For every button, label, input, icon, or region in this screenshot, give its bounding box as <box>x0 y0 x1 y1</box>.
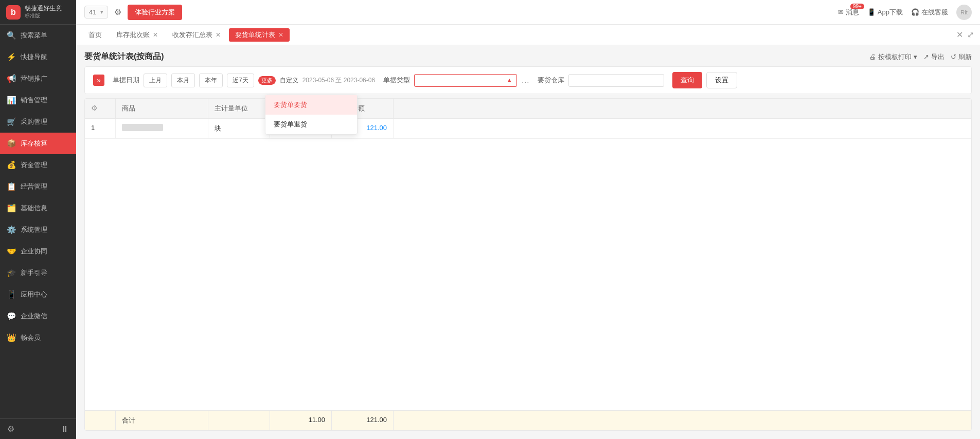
nav-icon-system: ⚙️ <box>6 225 16 235</box>
nav-label-quick-nav: 快捷导航 <box>21 52 47 62</box>
user-avatar[interactable]: Rit <box>956 5 972 20</box>
date-prev-month-btn[interactable]: 上月 <box>144 74 167 87</box>
nav-label-operations: 经营管理 <box>21 182 47 191</box>
dropdown-item-requisition-return[interactable]: 要货单退货 <box>265 115 357 134</box>
query-btn[interactable]: 查询 <box>672 72 702 88</box>
type-dropdown-menu: 要货单要货 要货单退货 <box>265 95 358 135</box>
warehouse-filter-group: 要货仓库 <box>538 74 664 87</box>
table-footer: 合计 11.00 121.00 <box>85 410 971 430</box>
type-label: 单据类型 <box>383 76 410 85</box>
sidebar-item-search[interactable]: 🔍 搜索菜单 <box>0 25 76 46</box>
date-custom-btn[interactable]: 自定义 <box>280 76 298 85</box>
table-body: 1 块 11.00 121.00 <box>85 119 971 410</box>
message-btn[interactable]: ✉ 消息 99+ <box>838 8 859 17</box>
date-more-badge[interactable]: 更多 <box>258 76 276 85</box>
nav-icon-quick-nav: ⚡ <box>6 52 16 62</box>
tabs-bar: 首页库存批次账✕收发存汇总表✕要货单统计表✕ ✕ ⤢ <box>76 25 980 45</box>
print-btn[interactable]: 🖨 按模板打印 ▾ <box>869 52 917 62</box>
tab-receive-summary[interactable]: 收发存汇总表✕ <box>166 28 227 42</box>
branch-value: 41 <box>89 8 96 16</box>
window-expand-icon[interactable]: ⤢ <box>967 30 974 40</box>
th-extra <box>394 99 971 118</box>
sidebar-item-sales[interactable]: 📊 销售管理 <box>0 89 76 111</box>
tabs-bar-right: ✕ ⤢ <box>956 30 974 40</box>
dropdown-item-requisition-order[interactable]: 要货单要货 <box>265 95 357 115</box>
app-icon: 📱 <box>867 8 876 16</box>
nav-icon-operations: 📋 <box>6 181 16 192</box>
sidebar-item-operations[interactable]: 📋 经营管理 <box>0 176 76 197</box>
settings-btn[interactable]: 设置 <box>706 72 737 88</box>
date-7days-btn[interactable]: 近7天 <box>227 74 254 87</box>
filter-more-icon[interactable]: … <box>521 76 529 85</box>
warehouse-input[interactable] <box>568 74 664 87</box>
sidebar-item-inventory[interactable]: 📦 库存核算 <box>0 133 76 154</box>
window-close-icon[interactable]: ✕ <box>956 30 963 40</box>
tf-empty2 <box>208 411 270 430</box>
export-btn[interactable]: ↗ 导出 <box>923 52 945 62</box>
tab-requisition-stat[interactable]: 要货单统计表✕ <box>229 28 290 42</box>
app-download-btn[interactable]: 📱 App下载 <box>867 8 903 17</box>
tab-close-inventory-batch[interactable]: ✕ <box>153 31 158 39</box>
nav-label-inventory: 库存核算 <box>21 139 47 148</box>
column-settings-icon[interactable]: ⚙ <box>91 104 98 112</box>
nav-label-basic-info: 基础信息 <box>21 204 47 213</box>
nav-icon-purchase: 🛒 <box>6 117 16 127</box>
settings-icon[interactable]: ⚙ <box>7 424 14 434</box>
sidebar-item-basic-info[interactable]: 🗂️ 基础信息 <box>0 197 76 219</box>
app-label: App下载 <box>878 8 903 17</box>
tab-label-requisition-stat: 要货单统计表 <box>235 30 275 40</box>
topbar-settings-icon[interactable]: ⚙ <box>114 7 121 17</box>
page-content: 要货单统计表(按商品) 🖨 按模板打印 ▾ ↗ 导出 ↺ 刷新 » <box>76 45 980 439</box>
sidebar-item-wechat[interactable]: 💬 企业微信 <box>0 305 76 327</box>
sidebar-item-purchase[interactable]: 🛒 采购管理 <box>0 111 76 133</box>
date-filter-group: 单据日期 上月 本月 本年 近7天 更多 自定义 2023-05-06 至 20… <box>113 74 375 87</box>
sidebar-item-system[interactable]: ⚙️ 系统管理 <box>0 219 76 241</box>
sidebar-item-newbie[interactable]: 🎓 新手引导 <box>0 262 76 284</box>
refresh-btn[interactable]: ↺ 刷新 <box>951 52 972 62</box>
nav-icon-vip: 👑 <box>6 333 16 343</box>
online-service-btn[interactable]: 🎧 在线客服 <box>911 8 948 17</box>
table-row: 1 块 11.00 121.00 <box>85 119 971 139</box>
date-curr-month-btn[interactable]: 本月 <box>171 74 195 87</box>
nav-label-enterprise: 企业协同 <box>21 247 47 256</box>
td-extra <box>394 119 971 138</box>
nav-icon-wechat: 💬 <box>6 311 16 321</box>
message-icon: ✉ <box>838 8 844 16</box>
td-unit: 块 <box>208 119 270 138</box>
collapse-icon[interactable]: ⏸ <box>61 425 69 434</box>
th-product: 商品 <box>116 99 208 118</box>
date-label: 单据日期 <box>113 76 139 85</box>
table-header: ⚙ 商品 主计量单位 主数量 零售金额 <box>85 99 971 119</box>
topbar-left: 41 ▾ ⚙ 体验行业方案 <box>84 5 182 20</box>
sidebar-item-app-center[interactable]: 📱 应用中心 <box>0 284 76 305</box>
date-curr-year-btn[interactable]: 本年 <box>199 74 223 87</box>
tab-home[interactable]: 首页 <box>82 28 108 42</box>
type-select[interactable]: ▲ <box>414 74 517 87</box>
branch-dropdown[interactable]: 41 ▾ <box>84 6 108 19</box>
sidebar-item-enterprise[interactable]: 🤝 企业协同 <box>0 241 76 262</box>
nav-icon-inventory: 📦 <box>6 138 16 149</box>
sidebar-item-vip[interactable]: 👑 畅会员 <box>0 327 76 349</box>
filter-expand-btn[interactable]: » <box>93 75 104 86</box>
sidebar-item-marketing[interactable]: 📢 营销推广 <box>0 68 76 89</box>
table-area: ⚙ 商品 主计量单位 主数量 零售金额 1 块 11.00 121.00 合计 … <box>84 98 972 431</box>
app-version: 标准版 <box>25 12 62 20</box>
tab-close-requisition-stat[interactable]: ✕ <box>278 31 283 39</box>
amount-link[interactable]: 121.00 <box>366 124 387 132</box>
sidebar-item-finance[interactable]: 💰 资金管理 <box>0 154 76 176</box>
page-title: 要货单统计表(按商品) <box>84 51 164 62</box>
nav-label-newbie: 新手引导 <box>21 268 47 278</box>
nav-icon-search: 🔍 <box>6 30 16 41</box>
topbar-right: ✉ 消息 99+ 📱 App下载 🎧 在线客服 Rit <box>838 5 972 20</box>
nav-icon-finance: 💰 <box>6 160 16 170</box>
sidebar-item-quick-nav[interactable]: ⚡ 快捷导航 <box>0 46 76 68</box>
tab-close-receive-summary[interactable]: ✕ <box>216 31 221 39</box>
td-index: 1 <box>85 119 116 138</box>
nav-label-vip: 畅会员 <box>21 333 41 342</box>
td-product <box>116 119 208 138</box>
industry-btn[interactable]: 体验行业方案 <box>128 5 182 20</box>
tab-inventory-batch[interactable]: 库存批次账✕ <box>110 28 164 42</box>
type-input[interactable] <box>419 77 506 84</box>
nav-icon-newbie: 🎓 <box>6 268 16 278</box>
nav-label-finance: 资金管理 <box>21 160 47 170</box>
